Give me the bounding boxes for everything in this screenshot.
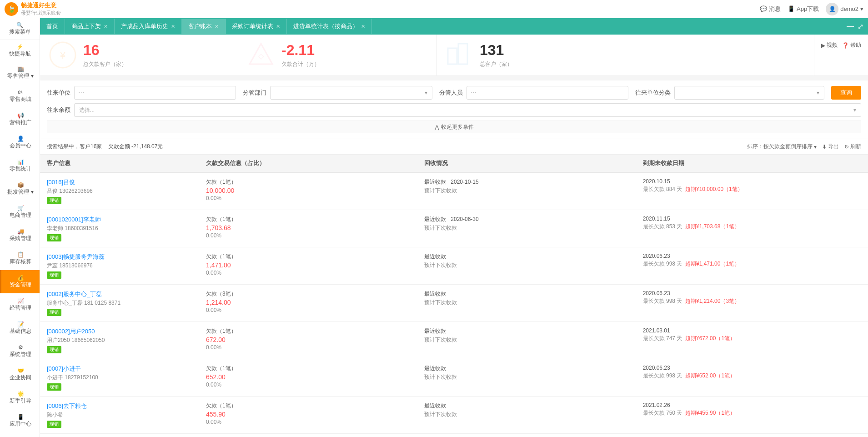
sidebar-item-retail-mgmt[interactable]: 🏬 零售管理 ▾ [0, 61, 40, 85]
message-btn[interactable]: 💬 消息 [760, 5, 781, 13]
debt-count: 欠款（1笔） [206, 327, 424, 335]
search-menu-item[interactable]: 🔍 搜索菜单 [0, 18, 40, 40]
customer-info-cell: [0016]吕俊 吕俊 13026203696 现销 [47, 178, 206, 204]
sidebar-item-operations[interactable]: 📈 经营管理 [0, 293, 40, 316]
tab-customer-account[interactable]: 客户账本 ✕ [182, 19, 226, 34]
search-icon: 🔍 [2, 22, 37, 28]
recovery-cell: 最近收款 2020-10-15 预计下次收款 [424, 178, 642, 195]
col-customer-info: 客户信息 [47, 159, 206, 167]
sidebar-item-retail-stats[interactable]: 📊 零售统计 [0, 154, 40, 177]
debt-count: 欠款（1笔） [206, 365, 424, 372]
overdue-days: 最长欠款 747 天 超期¥672.00（1笔） [643, 335, 861, 342]
sidebar-item-stock[interactable]: 📋 库存核算 [0, 247, 40, 270]
category-select[interactable]: ▾ [674, 86, 824, 100]
user-menu[interactable]: 👤 demo2 ▾ [826, 3, 863, 15]
dept-select[interactable]: ▾ [270, 86, 432, 100]
query-button[interactable]: 查询 [831, 86, 861, 100]
debt-percent: 0.00% [206, 195, 424, 201]
svg-rect-4 [448, 48, 457, 64]
tab-import-close[interactable]: ✕ [361, 24, 365, 30]
customer-name-link[interactable]: [0006]去下粮仓 [47, 402, 206, 410]
sort-label[interactable]: 排序：按欠款金额倒序排序 ▾ [747, 143, 817, 151]
total-customers-value: 131 [480, 42, 512, 59]
debt-amount[interactable]: 1,214.00 [206, 299, 424, 306]
next-collection: 预计下次收款 [424, 261, 642, 269]
sidebar-item-batch-mgmt[interactable]: 📦 批发管理 ▾ [0, 177, 40, 201]
sidebar-item-member[interactable]: 👤 会员中心 [0, 131, 40, 154]
tab-products-on-off[interactable]: 商品上下架 ✕ [65, 19, 115, 34]
retail-icon: 🏬 [4, 66, 37, 72]
sidebar-item-system[interactable]: ⚙ 系统管理 [0, 340, 40, 363]
customer-name-link[interactable]: [000002]用户2050 [47, 327, 206, 336]
overdue-days: 最长欠款 998 天 超期¥1,471.00（1笔） [643, 260, 861, 268]
sidebar-item-corp-wechat[interactable]: 💬 企业微信 [0, 432, 40, 437]
tab-products-close[interactable]: ✕ [104, 24, 108, 30]
debt-amount[interactable]: 652.00 [206, 373, 424, 381]
overdue-link[interactable]: 超期¥455.90（1笔） [685, 410, 735, 416]
customer-name-link[interactable]: [0001020001]李老师 [47, 216, 206, 224]
customer-name-link[interactable]: [0007]小进干 [47, 365, 206, 373]
customer-name-link[interactable]: [0002]服务中心_丁磊 [47, 290, 206, 298]
batch-icon: 📦 [4, 182, 37, 188]
tab-expand-icon[interactable]: ⤢ [858, 22, 863, 31]
top-bar-right: 💬 消息 📱 App下载 👤 demo2 ▾ [760, 3, 863, 15]
tab-import-stats[interactable]: 进货单统计表（按商品） ✕ [287, 19, 372, 34]
tab-production-history[interactable]: 产成品入库单历史 ✕ [115, 19, 182, 34]
debt-amount[interactable]: 455.90 [206, 411, 424, 418]
overdue-link[interactable]: 超期¥1,471.00（1笔） [685, 261, 740, 267]
help-btn[interactable]: ❓ 帮助 [842, 41, 861, 49]
collapse-row[interactable]: ⋀ 收起更多条件 [47, 121, 861, 133]
sidebar-item-newbie[interactable]: 🌟 新手引导 [0, 386, 40, 409]
content-area: 首页 商品上下架 ✕ 产成品入库单历史 ✕ 客户账本 ✕ 采购订单统计表 ✕ [40, 18, 868, 437]
overdue-days: 最长欠款 998 天 超期¥1,214.00（3笔） [643, 297, 861, 305]
tab-purchase-order[interactable]: 采购订单统计表 ✕ [226, 19, 287, 34]
overdue-link[interactable]: 超期¥1,703.68（1笔） [685, 223, 740, 230]
tab-minimize-icon[interactable]: — [847, 22, 854, 31]
customer-tag: 现销 [47, 234, 61, 241]
sidebar-item-purchase[interactable]: 🚚 采购管理 [0, 224, 40, 247]
debt-amount[interactable]: 10,000.00 [206, 187, 424, 194]
col-debt-info: 欠款交易信息（占比） [206, 159, 424, 167]
total-customers-icon [446, 41, 473, 69]
overdue-link[interactable]: 超期¥1,214.00（3笔） [685, 298, 740, 304]
sidebar-item-ecommerce[interactable]: 🛒 电商管理 [0, 201, 40, 224]
debt-amount[interactable]: 1,703.68 [206, 224, 424, 231]
debt-percent: 0.00% [206, 232, 424, 239]
overdue-link[interactable]: 超期¥652.00（1笔） [685, 372, 735, 379]
tab-home[interactable]: 首页 [40, 19, 65, 34]
purchase-icon: 🚚 [4, 228, 37, 235]
person-input[interactable]: ··· [467, 86, 628, 100]
overdue-date: 2020.10.15 [643, 178, 861, 185]
sidebar-item-retail-mall[interactable]: 🛍 零售商城 [0, 85, 40, 108]
sidebar-item-basic-info[interactable]: 📝 基础信息 [0, 316, 40, 340]
tab-import-label: 进货单统计表（按商品） [293, 22, 358, 30]
filter-person: 分管人员 ··· [439, 86, 628, 100]
video-btn[interactable]: ▶ 视频 [821, 41, 838, 49]
overdue-date: 2021.03.01 [643, 327, 861, 334]
tab-purchase-close[interactable]: ✕ [276, 24, 280, 30]
tab-customer-close[interactable]: ✕ [215, 24, 219, 30]
balance-select[interactable]: 选择... ▾ [74, 103, 861, 117]
tab-customer-label: 客户账本 [188, 22, 212, 30]
sidebar-item-quick-nav[interactable]: ⚡ 快捷导航 [0, 40, 40, 61]
customer-name-link[interactable]: [0016]吕俊 [47, 178, 206, 186]
help-icon: ❓ [842, 42, 849, 49]
app-download-btn[interactable]: 📱 App下载 [788, 5, 819, 13]
sidebar-item-marketing[interactable]: 📢 营销推广 [0, 108, 40, 131]
tab-production-close[interactable]: ✕ [171, 24, 175, 30]
overdue-link[interactable]: 超期¥672.00（1笔） [685, 335, 735, 342]
sidebar-item-finance[interactable]: 💰 资金管理 [0, 270, 40, 293]
customer-name-link[interactable]: [0003]畅捷服务尹海蕊 [47, 253, 206, 261]
overdue-link[interactable]: 超期¥10,000.00（1笔） [685, 186, 743, 192]
debt-amount[interactable]: 1,471.00 [206, 261, 424, 269]
customer-info-cell: [0003]畅捷服务尹海蕊 尹蕊 18513066976 现销 [47, 253, 206, 279]
main-layout: 🔍 搜索菜单 ⚡ 快捷导航 🏬 零售管理 ▾ 🛍 零售商城 📢 营销推广 👤 [0, 18, 868, 437]
debt-amount[interactable]: 672.00 [206, 336, 424, 343]
refresh-btn[interactable]: ↻ 刷新 [844, 143, 861, 151]
sidebar-item-app-center[interactable]: 📱 应用中心 [0, 409, 40, 432]
sidebar-item-enterprise[interactable]: 🤝 企业协同 [0, 363, 40, 386]
from-unit-input[interactable]: ··· [74, 86, 236, 100]
export-btn[interactable]: ⬇ 导出 [822, 143, 839, 151]
table-container: 客户信息 欠款交易信息（占比） 回收情况 到期未收款日期 [0016]吕俊 吕俊… [40, 155, 868, 437]
category-label: 往来单位分类 [635, 89, 671, 97]
